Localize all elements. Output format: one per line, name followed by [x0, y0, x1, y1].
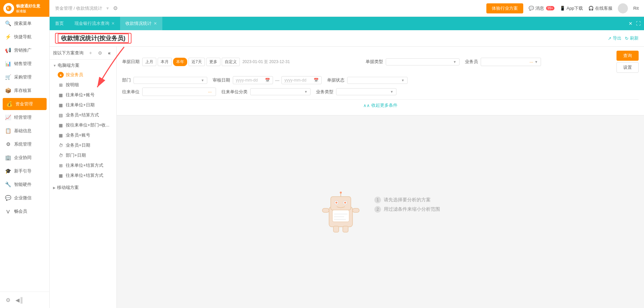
sidebar-item-enterprise[interactable]: 🏢 企业协同 [0, 151, 49, 164]
scheme-item-by-staff[interactable]: ● 按业务员 [50, 70, 116, 80]
doc-type-select[interactable]: ▼ [386, 58, 460, 65]
online-service-btn[interactable]: 🎧 在线客服 [588, 5, 612, 11]
date-btn-more[interactable]: 更多 [206, 58, 220, 66]
unit-select[interactable]: ··· [142, 88, 216, 96]
sidebar-item-hardware[interactable]: 🔧 智能硬件 [0, 178, 49, 191]
filter-unit-category-item: 往来单位分类 ▼ [221, 88, 311, 95]
sidebar-item-label: 销售管理 [14, 61, 32, 67]
sidebar-item-label: 快捷导航 [14, 34, 32, 40]
user-avatar[interactable] [618, 3, 628, 13]
tab-bank-flow[interactable]: 现金银行流水查询 ✕ [69, 17, 120, 30]
sidebar-item-capital[interactable]: 💰 资金管理 [3, 98, 47, 110]
page-header: 收款情况统计(按业务员) ↗ 导出 ↻ 刷新 [50, 30, 644, 47]
scheme-item-label: 业务员+日期 [66, 142, 90, 148]
add-scheme-button[interactable]: ＋ [87, 49, 94, 57]
dept-select[interactable]: ▼ [133, 77, 207, 84]
tab-collection-stats[interactable]: 收款情况统计 ✕ [120, 17, 162, 30]
collapse-panel-button[interactable]: « [106, 49, 113, 57]
scheme-item-by-detail[interactable]: ⊞ 按明细 [50, 80, 116, 90]
biz-type-arrow-icon: ▼ [390, 90, 393, 94]
setting-button[interactable]: 设置 [616, 62, 639, 73]
collapse-sidebar-icon[interactable]: ◀║ [15, 295, 24, 305]
date-btn-this-month[interactable]: 本月 [158, 58, 172, 66]
scheme-item-staff-date[interactable]: ⏱ 业务员+日期 [50, 140, 116, 150]
notification-label: 消息 [535, 5, 544, 11]
app-download-btn[interactable]: 📱 App下载 [560, 5, 583, 11]
sidebar-item-system[interactable]: ⚙ 系统管理 [0, 138, 49, 151]
tab-expand-icon[interactable]: ⛶ [636, 21, 641, 26]
settings-bottom-icon[interactable]: ⚙ [3, 295, 13, 305]
svg-rect-13 [343, 226, 348, 232]
date-btn-last-month[interactable]: 上月 [142, 58, 156, 66]
sidebar-item-search[interactable]: 🔍 搜索菜单 [0, 17, 49, 30]
sidebar-item-basic[interactable]: 📋 基础信息 [0, 124, 49, 138]
tab-collection-stats-close[interactable]: ✕ [154, 21, 157, 26]
scheme-item-staff-settlement[interactable]: ▤ 业务员+结算方式 [50, 110, 116, 120]
settings-gear-icon[interactable]: ⚙ [113, 5, 118, 11]
scheme-item-label: 按业务员 [66, 72, 83, 78]
scheme-group-mobile-header[interactable]: ▶ 移动端方案 [50, 183, 116, 192]
scheme-item-label: 往来单位+结算方式 [66, 162, 103, 168]
scheme-item-icon: ▦ [58, 122, 64, 128]
staff-select[interactable]: ··· ▼ [481, 58, 541, 66]
scheme-item-unit-settlement1[interactable]: ⊞ 往来单位+结算方式 [50, 160, 116, 170]
scheme-item-unit-settlement2[interactable]: ▦ 往来单位+结算方式 [50, 170, 116, 181]
date-range-text: 2023-01-01 至 2023-12-31 [243, 59, 290, 65]
inventory-icon: 📦 [5, 87, 11, 94]
scheme-item-unit-dept-recv[interactable]: ▦ 按往来单位+部门+收... [50, 120, 116, 130]
biz-type-select[interactable]: ▼ [336, 88, 396, 95]
tab-bank-flow-label: 现金银行流水查询 [74, 20, 109, 27]
trial-industry-button[interactable]: 体验行业方案 [486, 3, 523, 13]
tab-close-all-icon[interactable]: ✕ [629, 21, 633, 26]
query-button[interactable]: 查询 [616, 51, 639, 61]
svg-point-9 [340, 192, 342, 194]
sidebar-item-inventory[interactable]: 📦 库存核算 [0, 84, 49, 97]
scheme-group-desktop-header[interactable]: ▼ 电脑端方案 [50, 61, 116, 70]
scheme-item-label: 部门+日期 [66, 152, 86, 158]
sidebar-item-label: 搜索菜单 [14, 20, 32, 27]
scheme-item-label: 按往来单位+部门+收... [66, 122, 109, 128]
sidebar-item-guide[interactable]: 🎓 新手引导 [0, 164, 49, 178]
scheme-item-staff-account[interactable]: ▦ 业务员+账号 [50, 130, 116, 140]
refresh-button[interactable]: ↻ 刷新 [625, 35, 639, 41]
tab-bank-flow-close[interactable]: ✕ [111, 21, 115, 26]
app-icon: 📱 [560, 6, 565, 11]
collapse-icon: ∧∧ [363, 103, 370, 108]
page-actions: ↗ 导出 ↻ 刷新 [608, 35, 639, 41]
staff-more-icon[interactable]: ··· [530, 59, 533, 64]
review-date-start[interactable]: yyyy-mm-dd 📅 [233, 76, 273, 84]
empty-state: 1 请先选择要分析的方案 2 用过滤条件来缩小分析范围 [321, 190, 440, 234]
sidebar-item-member[interactable]: V 畅会员 [0, 205, 49, 218]
date-btn-this-year[interactable]: 本年 [173, 58, 187, 66]
scheme-item-unit-date[interactable]: ▦ 往来单位+日期 [50, 100, 116, 110]
scheme-item-icon: ⏱ [58, 152, 64, 158]
unit-category-select[interactable]: ▼ [250, 88, 311, 95]
unit-more-icon[interactable]: ··· [208, 89, 212, 94]
wechat-icon: 💬 [5, 195, 11, 201]
tab-home[interactable]: 首页 [50, 17, 69, 30]
sidebar-item-shortcut[interactable]: ⚡ 快捷导航 [0, 30, 49, 44]
scheme-settings-button[interactable]: ⚙ [96, 49, 104, 57]
review-date-end[interactable]: yyyy-mm-dd 📅 [281, 76, 322, 84]
date-btn-custom[interactable]: 自定义 [222, 58, 240, 66]
scheme-item-unit-account[interactable]: ▦ 往来单位+账号 [50, 90, 116, 100]
sidebar-item-marketing[interactable]: 📢 营销推广 [0, 44, 49, 57]
collapse-filter-button[interactable]: ∧∧ 收起更多条件 [122, 99, 639, 111]
svg-rect-11 [353, 208, 359, 212]
export-button[interactable]: ↗ 导出 [608, 35, 622, 41]
date-btn-7days[interactable]: 近7天 [189, 58, 205, 66]
sidebar-item-sales[interactable]: 📊 销售管理 [0, 57, 49, 70]
scheme-item-dept-date[interactable]: ⏱ 部门+日期 [50, 150, 116, 160]
sidebar-item-purchase[interactable]: 🛒 采购管理 [0, 70, 49, 84]
notification-btn[interactable]: 💬 消息 99+ [529, 5, 554, 11]
doc-status-select[interactable]: ▼ [347, 77, 408, 84]
sidebar-item-label: 畅会员 [14, 208, 27, 214]
logo-icon: 6 [3, 3, 14, 14]
sidebar-logo: 6 畅捷通好生意 标准版 [0, 0, 49, 17]
left-panel-title: 按以下方案查询 [53, 50, 87, 56]
sidebar-item-operation[interactable]: 📈 经营管理 [0, 111, 49, 124]
sidebar-item-label: 新手引导 [14, 168, 32, 174]
sidebar-item-label: 经营管理 [14, 114, 32, 120]
sidebar-item-wechat[interactable]: 💬 企业微信 [0, 191, 49, 205]
export-label: 导出 [613, 35, 622, 41]
